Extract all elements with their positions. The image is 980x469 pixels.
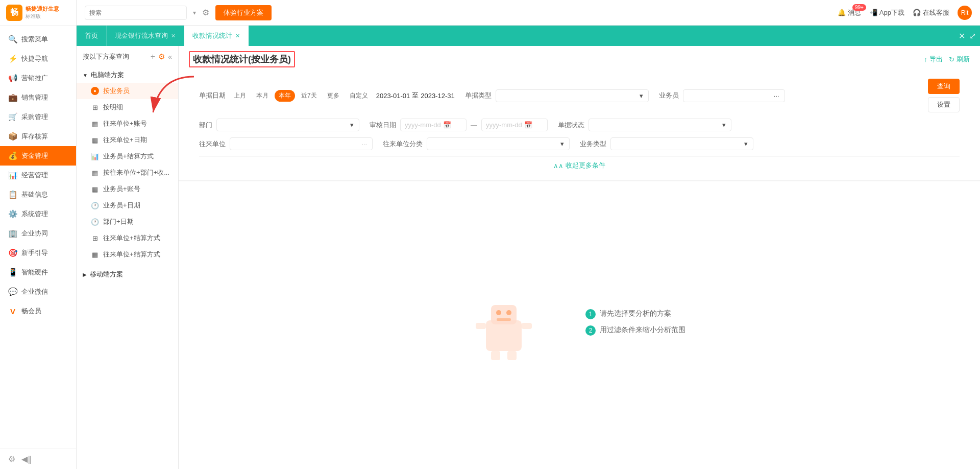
tip-num-2: 2	[585, 325, 596, 336]
desktop-scheme-group: ▼ 电脑端方案 ● 按业务员 ⊞ 按明细 ▦ 往来单位+账号	[77, 65, 178, 265]
download-icon: 📲	[869, 9, 877, 16]
main-area: ▾ ⚙ 体验行业方案 🔔 消息 99+ 📲 App下载 🎧 在线客服 Rit	[77, 0, 980, 469]
empty-tips: 1 请先选择要分析的方案 2 用过滤条件来缩小分析范围	[585, 309, 685, 342]
service-icon: 🎧	[913, 9, 921, 16]
scheme-item-partner-settle2[interactable]: ▦ 往来单位+结算方式	[77, 246, 178, 263]
sidebar-item-member[interactable]: V 畅会员	[0, 301, 76, 321]
expand-window-icon[interactable]: ⤢	[969, 31, 976, 41]
scheme-item-by-detail[interactable]: ⊞ 按明细	[77, 99, 178, 115]
docstatus-select[interactable]: ▾	[589, 119, 731, 131]
collapse-sidebar-icon[interactable]: ◀‖	[21, 454, 32, 464]
sidebar-item-wechat[interactable]: 💬 企业微信	[0, 282, 76, 301]
tab-bank-flow-close[interactable]: ✕	[171, 33, 176, 39]
partner-category-select[interactable]: ▾	[427, 137, 570, 150]
scheme-item-by-salesperson[interactable]: ● 按业务员	[77, 83, 178, 99]
date-tab-custom[interactable]: 自定义	[346, 90, 372, 102]
scheme-item-salesperson-account[interactable]: ▦ 业务员+账号	[77, 181, 178, 197]
clock-icon2: 🕐	[91, 218, 99, 226]
add-scheme-icon[interactable]: +	[151, 52, 155, 61]
topbar-gear-icon[interactable]: ⚙	[202, 8, 209, 17]
tab-collection-stats[interactable]: 收款情况统计 ✕	[184, 26, 249, 46]
scheme-settings-icon[interactable]: ⚙	[158, 52, 165, 61]
target-icon: 🎯	[8, 248, 17, 257]
date-tab-this-month[interactable]: 本月	[252, 90, 273, 102]
scheme-item-salesperson-settle[interactable]: 📊 业务员+结算方式	[77, 148, 178, 165]
cart-icon: 🛒	[8, 112, 17, 122]
desktop-scheme-title[interactable]: ▼ 电脑端方案	[77, 67, 178, 83]
scheme-item-partner-dept[interactable]: ▦ 按往来单位+部门+收...	[77, 165, 178, 181]
review-date-to[interactable]: yyyy-mm-dd 📅	[481, 119, 548, 131]
sidebar-item-quick-nav[interactable]: ⚡ 快捷导航	[0, 49, 76, 68]
calendar-icon2: 📅	[524, 121, 532, 129]
filter-collapse-row: ∧∧ 收起更多条件	[199, 156, 960, 174]
customer-service-btn[interactable]: 🎧 在线客服	[913, 8, 949, 17]
dropdown-arrow-icon[interactable]: ▾	[193, 9, 196, 16]
logo-badge: 标准版	[26, 13, 59, 20]
sidebar-item-fund[interactable]: 💰 资金管理	[0, 146, 76, 166]
tab-bank-flow[interactable]: 现金银行流水查询 ✕	[107, 26, 184, 46]
close-window-icon[interactable]: ✕	[959, 31, 965, 41]
sidebar-item-hardware[interactable]: 📱 智能硬件	[0, 263, 76, 282]
doctype-select[interactable]: ▾	[496, 89, 649, 102]
user-avatar[interactable]: Rit	[958, 6, 972, 20]
collapse-filter-btn[interactable]: ∧∧ 收起更多条件	[553, 161, 605, 170]
megaphone-icon: 📢	[8, 74, 17, 83]
scheme-item-partner-account[interactable]: ▦ 往来单位+账号	[77, 115, 178, 132]
filter-partner-category-item: 往来单位分类 ▾	[383, 137, 570, 150]
date-tab-this-year[interactable]: 本年	[275, 90, 295, 102]
date-tab-last-month[interactable]: 上月	[230, 90, 250, 102]
scheme-item-dept-date[interactable]: 🕐 部门+日期	[77, 214, 178, 230]
messages-btn[interactable]: 🔔 消息 99+	[838, 8, 861, 17]
partner-category-label: 往来单位分类	[383, 139, 423, 149]
svg-rect-0	[486, 320, 522, 351]
active-indicator: ●	[91, 87, 99, 95]
sidebar-item-system[interactable]: ⚙️ 系统管理	[0, 204, 76, 224]
date-tab-last7days[interactable]: 近7天	[297, 90, 321, 102]
filter-dept-item: 部门 ▾	[199, 119, 359, 131]
export-icon: ↑	[924, 56, 928, 63]
tabbar-actions: ✕ ⤢	[959, 31, 980, 41]
app-download-btn[interactable]: 📲 App下载	[869, 8, 904, 17]
sidebar-footer: ⚙ ◀‖	[0, 449, 76, 469]
scheme-item-partner-date[interactable]: ▦ 往来单位+日期	[77, 132, 178, 148]
svg-rect-8	[507, 351, 517, 360]
tab-home[interactable]: 首页	[77, 26, 107, 46]
search-input[interactable]	[85, 6, 187, 20]
sidebar-item-search[interactable]: 🔍 搜索菜单	[0, 30, 76, 49]
logo-area: 畅 畅捷通好生意 标准版	[0, 0, 76, 26]
partner-select[interactable]: ···	[230, 137, 373, 150]
sidebar-item-beginner[interactable]: 🎯 新手引导	[0, 243, 76, 263]
collapse-panel-icon[interactable]: «	[168, 53, 172, 61]
sidebar-item-inventory[interactable]: 📦 库存核算	[0, 127, 76, 146]
topbar: ▾ ⚙ 体验行业方案 🔔 消息 99+ 📲 App下载 🎧 在线客服 Rit	[77, 0, 980, 26]
trial-btn[interactable]: 体验行业方案	[215, 5, 272, 20]
refresh-btn[interactable]: ↻ 刷新	[949, 55, 970, 64]
settings-footer-icon[interactable]: ⚙	[8, 454, 15, 464]
calendar-icon1: 📅	[443, 121, 451, 129]
settings-btn[interactable]: 设置	[928, 97, 960, 112]
scheme-item-salesperson-date[interactable]: 🕐 业务员+日期	[77, 197, 178, 214]
date-tabs: 上月 本月 本年 近7天 更多 自定义	[230, 90, 372, 102]
tab-collection-stats-close[interactable]: ✕	[235, 33, 240, 39]
left-panel: 按以下方案查询 + ⚙ « ▼ 电脑端方案 ● 按业务员	[77, 46, 179, 469]
triangle-right-icon: ▶	[83, 272, 87, 277]
date-tab-more[interactable]: 更多	[323, 90, 344, 102]
scheme-panel-actions: + ⚙ «	[151, 52, 172, 61]
scheme-item-partner-settle1[interactable]: ⊞ 往来单位+结算方式	[77, 230, 178, 246]
query-btn[interactable]: 查询	[928, 79, 960, 94]
dept-select[interactable]: ▾	[216, 119, 359, 131]
review-date-from[interactable]: yyyy-mm-dd 📅	[400, 119, 467, 131]
svg-rect-5	[476, 323, 486, 329]
sidebar-item-sales[interactable]: 💼 销售管理	[0, 88, 76, 107]
sidebar-item-purchase[interactable]: 🛒 采购管理	[0, 107, 76, 127]
sidebar-item-enterprise[interactable]: 🏢 企业协同	[0, 224, 76, 243]
mobile-scheme-title[interactable]: ▶ 移动端方案	[77, 267, 178, 282]
partner-label: 往来单位	[199, 139, 226, 149]
sidebar-item-basic-info[interactable]: 📋 基础信息	[0, 185, 76, 204]
sidebar-item-operation[interactable]: 📊 经营管理	[0, 166, 76, 185]
export-btn[interactable]: ↑ 导出	[924, 55, 943, 64]
review-date-label: 审核日期	[370, 121, 396, 130]
sidebar-item-marketing[interactable]: 📢 营销推广	[0, 68, 76, 88]
salesperson-select[interactable]: ···	[683, 89, 785, 102]
biz-type-select[interactable]: ▾	[610, 137, 753, 150]
